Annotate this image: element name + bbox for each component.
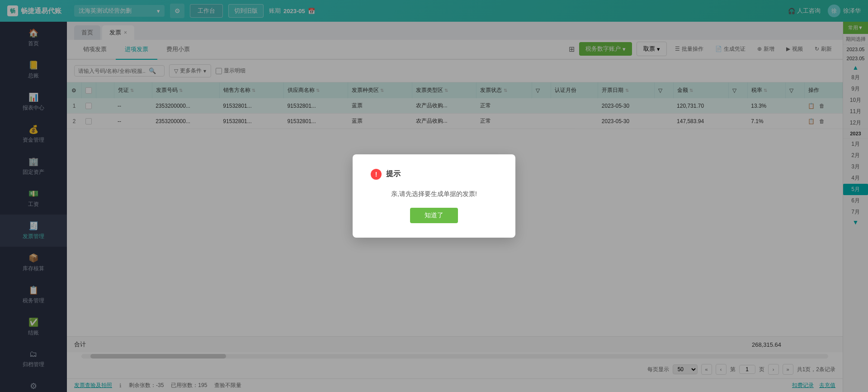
modal-title: 提示 (386, 169, 401, 179)
modal-warning-icon: ! (371, 169, 382, 180)
modal-message: 亲,请先选择要生成单据的发票! (391, 189, 477, 199)
modal-dialog: ! 提示 亲,请先选择要生成单据的发票! 知道了 (353, 154, 515, 238)
modal-confirm-button[interactable]: 知道了 (410, 208, 458, 223)
modal-title-row: ! 提示 (371, 169, 401, 180)
modal-overlay: ! 提示 亲,请先选择要生成单据的发票! 知道了 (0, 0, 868, 392)
